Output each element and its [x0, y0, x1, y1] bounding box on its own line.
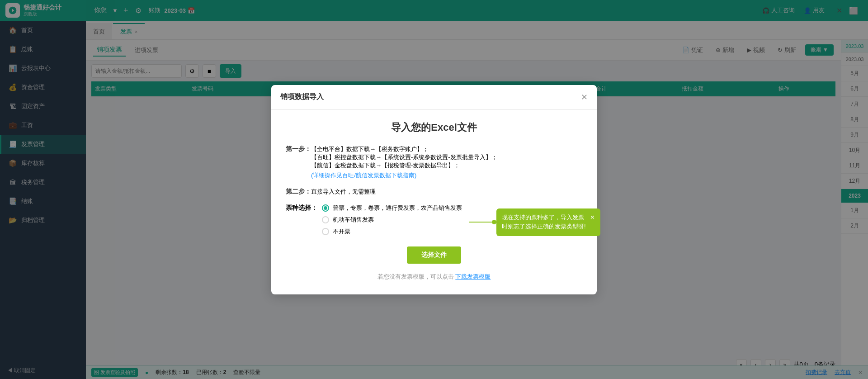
radio-1-circle [322, 204, 329, 212]
radio-3-label: 不开票 [333, 227, 350, 236]
modal-title: 销项数据导入 [280, 92, 324, 102]
select-file-btn[interactable]: 选择文件 [407, 246, 461, 264]
radio-1-label: 普票，专票，卷票，通行费发票，农产品销售发票 [333, 204, 462, 212]
step2-row: 第二步： 直接导入文件，无需整理 [286, 188, 582, 196]
tooltip-text: 现在支持的票种多了，导入发票时别忘了选择正确的发票类型呀! [502, 214, 586, 230]
tooltip-close-btn[interactable]: ✕ [590, 213, 595, 223]
ticket-label: 票种选择： [286, 204, 322, 212]
radio-2-label: 机动车销售发票 [333, 216, 374, 224]
modal-close-btn[interactable]: ✕ [581, 92, 588, 102]
modal-body: 导入您的Excel文件 第一步： 【全电平台】数据下载→【税务数字账户】； 【百… [271, 110, 597, 294]
tooltip-bubble: ✕ 现在支持的票种多了，导入发票时别忘了选择正确的发票类型呀! [496, 208, 600, 237]
radio-option-1[interactable]: 普票，专票，卷票，通行费发票，农产品销售发票 [322, 204, 462, 212]
modal-main-title: 导入您的Excel文件 [286, 121, 582, 134]
step1-line2: 【百旺】税控盘数据下载→【系统设置-系统参数设置-发票批量导入】； [311, 153, 497, 161]
tooltip-line [469, 222, 496, 223]
step1-block: 第一步： 【全电平台】数据下载→【税务数字账户】； 【百旺】税控盘数据下载→【系… [286, 145, 582, 180]
step2-text: 直接导入文件，无需整理 [311, 188, 376, 196]
step1-row: 第一步： 【全电平台】数据下载→【税务数字账户】； 【百旺】税控盘数据下载→【系… [286, 145, 582, 180]
modal-footer-note: 若您没有发票模版，可以点击 下载发票模版 [286, 273, 582, 281]
step2-label: 第二步： [286, 188, 311, 196]
radio-2-circle [322, 216, 329, 223]
ticket-options: 普票，专票，卷票，通行费发票，农产品销售发票 机动车销售发票 不开票 [322, 204, 462, 236]
ticket-select: 票种选择： 普票，专票，卷票，通行费发票，农产品销售发票 机动车销售发票 [286, 204, 582, 236]
radio-option-2[interactable]: 机动车销售发票 [322, 216, 462, 224]
import-modal: 销项数据导入 ✕ 导入您的Excel文件 第一步： 【全电平台】数据下载→【税务… [271, 85, 597, 294]
download-guide-link[interactable]: (详细操作见百旺/航信发票数据下载指南) [311, 172, 416, 179]
tooltip-dot [492, 220, 496, 224]
step1-label: 第一步： [286, 145, 311, 180]
radio-3-circle [322, 228, 329, 235]
modal-header: 销项数据导入 ✕ [271, 85, 597, 110]
modal-overlay: 销项数据导入 ✕ 导入您的Excel文件 第一步： 【全电平台】数据下载→【税务… [0, 0, 868, 379]
step2-block: 第二步： 直接导入文件，无需整理 [286, 188, 582, 196]
download-template-link[interactable]: 下载发票模版 [455, 273, 491, 280]
step1-content: 【全电平台】数据下载→【税务数字账户】； 【百旺】税控盘数据下载→【系统设置-系… [311, 145, 497, 180]
footer-note-text: 若您没有发票模版，可以点击 [377, 273, 454, 280]
step1-line3: 【航信】金税盘数据下载→【报税管理-发票数据导出】； [311, 161, 497, 170]
radio-option-3[interactable]: 不开票 [322, 227, 462, 236]
step1-line1: 【全电平台】数据下载→【税务数字账户】； [311, 145, 497, 153]
select-file-wrapper: 选择文件 [286, 246, 582, 264]
step1-link-row: (详细操作见百旺/航信发票数据下载指南) [311, 171, 497, 180]
tooltip-container: ✕ 现在支持的票种多了，导入发票时别忘了选择正确的发票类型呀! [469, 208, 600, 237]
